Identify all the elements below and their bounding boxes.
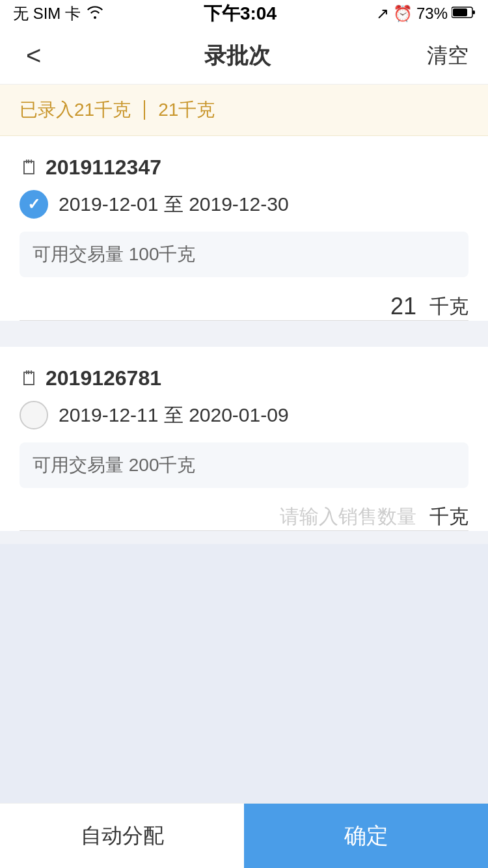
info-divider	[144, 100, 145, 120]
battery-icon	[452, 5, 475, 23]
batch-date-1: 2019-12-01 至 2019-12-30	[59, 191, 289, 218]
batch-header-1: 🗒 2019112347	[20, 156, 468, 180]
batch-header-2: 🗒 2019126781	[20, 366, 468, 390]
batch-doc-icon-1: 🗒	[20, 157, 39, 179]
batch-available-1: 可用交易量 100千克	[20, 232, 468, 277]
batch-unit-1: 千克	[429, 293, 468, 320]
batch-card-2: 🗒 2019126781 2019-12-11 至 2020-01-09 可用交…	[0, 347, 488, 531]
back-button[interactable]: <	[20, 34, 47, 77]
batch-underline-1	[20, 320, 468, 321]
status-left: 无 SIM 卡	[13, 3, 104, 24]
status-bar: 无 SIM 卡 下午3:04 ↗ ⏰ 73%	[0, 0, 488, 27]
svg-rect-1	[472, 10, 475, 14]
battery-text: 73%	[416, 5, 448, 23]
main-content: 🗒 2019112347 2019-12-01 至 2019-12-30 可用交…	[0, 136, 488, 868]
batch-card-1: 🗒 2019112347 2019-12-01 至 2019-12-30 可用交…	[0, 136, 488, 321]
batch-radio-2[interactable]	[20, 401, 48, 429]
info-label: 已录入21千克	[20, 98, 131, 122]
batch-id-2: 2019126781	[46, 366, 161, 390]
info-value: 21千克	[158, 98, 215, 122]
confirm-button[interactable]: 确定	[244, 804, 488, 868]
batch-placeholder-2: 请输入销售数量	[20, 504, 416, 530]
batch-date-row-2: 2019-12-11 至 2020-01-09	[20, 401, 468, 429]
batch-radio-1[interactable]	[20, 190, 48, 219]
status-time: 下午3:04	[204, 1, 277, 26]
batch-available-2: 可用交易量 200千克	[20, 442, 468, 488]
batch-amount-row-2: 请输入销售数量 千克	[20, 488, 468, 530]
clear-button[interactable]: 清空	[427, 42, 468, 70]
status-right: ↗ ⏰ 73%	[376, 5, 475, 23]
info-banner: 已录入21千克 21千克	[0, 85, 488, 136]
batch-unit-2: 千克	[429, 504, 468, 530]
auto-distribute-button[interactable]: 自动分配	[0, 804, 244, 868]
batch-doc-icon-2: 🗒	[20, 368, 39, 390]
batch-amount-value-1[interactable]: 21	[338, 293, 416, 320]
page-title: 录批次	[204, 41, 271, 71]
section-divider	[0, 334, 488, 347]
batch-date-2: 2019-12-11 至 2020-01-09	[59, 402, 289, 429]
empty-area	[0, 544, 488, 817]
batch-underline-2	[20, 530, 468, 531]
svg-rect-2	[453, 8, 467, 16]
batch-date-row-1: 2019-12-01 至 2019-12-30	[20, 190, 468, 219]
carrier-text: 无 SIM 卡	[13, 3, 81, 24]
batch-id-1: 2019112347	[46, 156, 161, 180]
location-icon: ↗	[376, 5, 389, 23]
batch-amount-row-1: 21 千克	[20, 277, 468, 320]
alarm-icon: ⏰	[393, 5, 413, 23]
nav-bar: < 录批次 清空	[0, 27, 488, 85]
bottom-bar: 自动分配 确定	[0, 803, 488, 868]
wifi-icon	[86, 5, 104, 23]
